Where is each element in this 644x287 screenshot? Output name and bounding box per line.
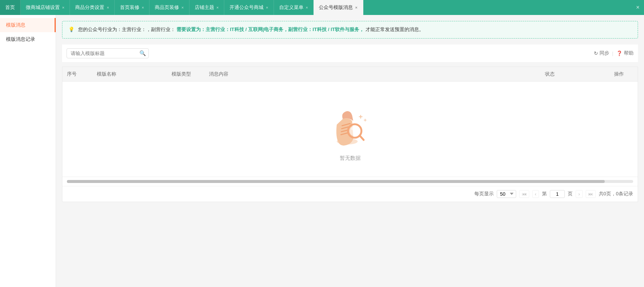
- nav-close-shop-theme[interactable]: ×: [216, 6, 219, 10]
- help-button[interactable]: ❓ 帮助: [616, 50, 634, 57]
- sync-icon: ↻: [594, 51, 598, 56]
- nav-item-wshop[interactable]: 微商城店铺设置 ×: [21, 0, 70, 15]
- svg-point-6: [349, 126, 360, 136]
- nav-close-open-shop[interactable]: ×: [266, 6, 268, 10]
- nav-item-home[interactable]: 首页: [0, 0, 21, 15]
- nav-item-template-msg[interactable]: 公众号模版消息 ×: [314, 0, 363, 15]
- nav-item-shop-theme[interactable]: 店铺主题 ×: [189, 0, 224, 15]
- th-action: 操作: [600, 67, 638, 81]
- nav-item-category[interactable]: 商品分类设置 ×: [70, 0, 114, 15]
- sync-button[interactable]: ↻ 同步: [594, 50, 609, 57]
- nav-label-home-decor: 首页装修: [120, 4, 139, 11]
- nav-label-shop-theme: 店铺主题: [195, 4, 214, 11]
- th-content: 消息内容: [204, 67, 540, 81]
- th-status: 状态: [540, 67, 600, 81]
- nav-close-template-msg[interactable]: ×: [355, 6, 357, 10]
- empty-state: 暂无数据: [62, 82, 638, 177]
- data-table: 序号 模版名称 模版类型 消息内容 状态 操作: [62, 67, 638, 202]
- th-name: 模版名称: [92, 67, 167, 81]
- search-input[interactable]: [67, 48, 149, 58]
- notice-suffix: 才能正常发送预置的消息。: [366, 27, 424, 32]
- nav-item-home-decor[interactable]: 首页装修 ×: [115, 0, 150, 15]
- search-left: 🔍: [67, 48, 149, 58]
- top-nav: 首页 微商城店铺设置 × 商品分类设置 × 首页装修 × 商品页装修 × 店铺主…: [0, 0, 644, 15]
- empty-illustration: [328, 104, 373, 149]
- pagination: 每页显示 50 10 20 100 ⏮ ‹ 第 页 › ⏭ 共0页，0条记录: [62, 186, 638, 202]
- page-prefix: 第: [542, 190, 547, 197]
- sidebar-label-template-message: 模版消息: [6, 22, 25, 28]
- help-label: 帮助: [624, 50, 634, 57]
- nav-close-custom-menu[interactable]: ×: [306, 6, 308, 10]
- notice-prefix: 您的公众号行业为：主营行业：，副营行业：: [78, 27, 175, 32]
- main-layout: 模版消息 模版消息记录 💡 您的公众号行业为：主营行业：，副营行业： 需要设置为…: [0, 15, 644, 287]
- page-total: 共0页，0条记录: [599, 190, 633, 197]
- svg-point-8: [351, 127, 354, 130]
- notice-box: 💡 您的公众号行业为：主营行业：，副营行业： 需要设置为：主营行业：IT科技 /…: [62, 21, 638, 39]
- nav-item-open-shop[interactable]: 开通公众号商城 ×: [224, 0, 274, 15]
- nav-label-home: 首页: [5, 4, 15, 11]
- page-unit: 页: [568, 190, 573, 197]
- th-type: 模版类型: [167, 67, 204, 81]
- notice-highlight: 需要设置为：主营行业：IT科技 / 互联网|电子商务，副营行业：IT科技 / I…: [176, 27, 364, 32]
- nav-item-product-decor[interactable]: 商品页装修 ×: [150, 0, 189, 15]
- last-page-button[interactable]: ⏭: [586, 190, 596, 198]
- horizontal-scrollbar[interactable]: [67, 180, 633, 183]
- next-page-button[interactable]: ›: [576, 190, 582, 198]
- nav-label-custom-menu: 自定义菜单: [279, 4, 303, 11]
- scroll-bar-area: [62, 177, 638, 186]
- nav-label-wshop: 微商城店铺设置: [26, 4, 60, 11]
- first-page-button[interactable]: ⏮: [519, 190, 529, 198]
- nav-item-custom-menu[interactable]: 自定义菜单 ×: [274, 0, 314, 15]
- sidebar: 模版消息 模版消息记录: [0, 15, 56, 287]
- nav-label-category: 商品分类设置: [75, 4, 104, 11]
- nav-close-all-button[interactable]: ×: [632, 4, 644, 11]
- notice-icon: 💡: [68, 27, 74, 32]
- page-size-select[interactable]: 50 10 20 100: [497, 190, 516, 198]
- sidebar-label-template-log: 模版消息记录: [6, 36, 35, 42]
- current-page-input[interactable]: [550, 190, 565, 198]
- scrollbar-thumb: [67, 180, 605, 183]
- nav-close-wshop[interactable]: ×: [62, 6, 64, 10]
- help-icon: ❓: [616, 51, 622, 56]
- toolbar-divider: |: [612, 51, 613, 56]
- nav-label-open-shop: 开通公众号商城: [229, 4, 264, 11]
- nav-label-product-decor: 商品页装修: [155, 4, 179, 11]
- nav-close-home-decor[interactable]: ×: [142, 6, 144, 10]
- nav-close-category[interactable]: ×: [107, 6, 109, 10]
- th-index: 序号: [62, 67, 92, 81]
- sync-label: 同步: [600, 50, 609, 57]
- prev-page-button[interactable]: ‹: [532, 190, 539, 198]
- search-icon[interactable]: 🔍: [139, 50, 146, 56]
- search-bar: 🔍 ↻ 同步 | ❓ 帮助: [62, 45, 638, 62]
- table-header: 序号 模版名称 模版类型 消息内容 状态 操作: [62, 67, 638, 82]
- search-right: ↻ 同步 | ❓ 帮助: [594, 50, 634, 57]
- sidebar-item-template-log[interactable]: 模版消息记录: [0, 32, 56, 46]
- nav-close-product-decor[interactable]: ×: [181, 6, 184, 10]
- page-size-label: 每页显示: [474, 190, 494, 197]
- svg-line-7: [360, 135, 364, 140]
- nav-label-template-msg: 公众号模版消息: [319, 4, 353, 11]
- search-input-wrap: 🔍: [67, 48, 149, 58]
- empty-text: 暂无数据: [340, 155, 361, 162]
- content-area: 💡 您的公众号行业为：主营行业：，副营行业： 需要设置为：主营行业：IT科技 /…: [56, 15, 644, 287]
- sidebar-item-template-message[interactable]: 模版消息: [0, 18, 56, 32]
